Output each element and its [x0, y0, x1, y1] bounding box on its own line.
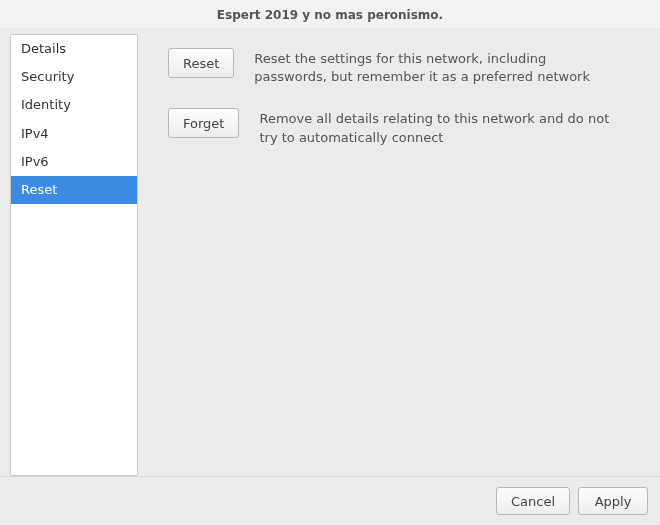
apply-button[interactable]: Apply [578, 487, 648, 515]
content-row: Details Security Identity IPv4 IPv6 Rese… [0, 28, 660, 476]
reset-pane: Reset Reset the settings for this networ… [138, 34, 650, 476]
reset-button[interactable]: Reset [168, 48, 234, 78]
sidebar-item-identity[interactable]: Identity [11, 91, 137, 119]
sidebar-item-ipv4[interactable]: IPv4 [11, 120, 137, 148]
dialog-footer: Cancel Apply [0, 476, 660, 525]
window-title: Espert 2019 y no mas peronismo. [0, 0, 660, 28]
sidebar-item-reset[interactable]: Reset [11, 176, 137, 204]
sidebar-item-security[interactable]: Security [11, 63, 137, 91]
window-content: Details Security Identity IPv4 IPv6 Rese… [0, 28, 660, 525]
reset-row: Reset Reset the settings for this networ… [168, 48, 632, 86]
sidebar: Details Security Identity IPv4 IPv6 Rese… [10, 34, 138, 476]
forget-description: Remove all details relating to this netw… [259, 108, 619, 146]
reset-description: Reset the settings for this network, inc… [254, 48, 614, 86]
sidebar-item-details[interactable]: Details [11, 35, 137, 63]
sidebar-item-ipv6[interactable]: IPv6 [11, 148, 137, 176]
forget-button[interactable]: Forget [168, 108, 239, 138]
forget-row: Forget Remove all details relating to th… [168, 108, 632, 146]
cancel-button[interactable]: Cancel [496, 487, 570, 515]
